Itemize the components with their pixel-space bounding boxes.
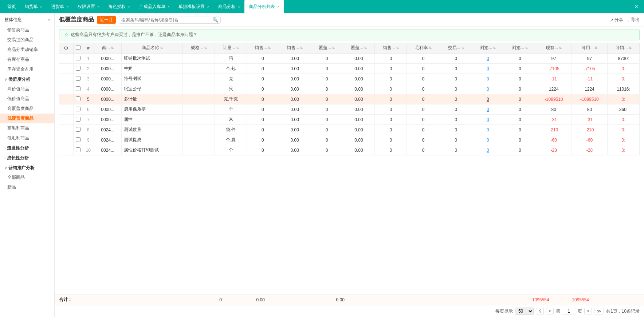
row-checkbox-cell[interactable] [73, 115, 83, 125]
sidebar-item-high-value[interactable]: 高价值商品 [0, 84, 54, 94]
sidebar-item-low-coverage[interactable]: 低覆盖度商品 [0, 114, 54, 123]
row-browse1[interactable]: 0 [472, 54, 504, 64]
row-checkbox-cell[interactable] [73, 84, 83, 94]
row-checkbox[interactable] [76, 137, 80, 142]
sidebar-section-cluster[interactable]: ∨ 类群度分析 [0, 74, 54, 84]
row-browse1[interactable]: 0 [472, 84, 504, 94]
col-gross-margin-header[interactable]: 毛利率⇅ [407, 43, 440, 54]
row-checkbox[interactable] [76, 96, 80, 101]
row-checkbox[interactable] [76, 117, 80, 122]
sidebar-section-circulation[interactable]: › 流通性分析 [0, 143, 54, 153]
sidebar-item-new-goods[interactable]: 新品 [0, 182, 54, 192]
row-checkbox[interactable] [76, 76, 80, 81]
col-transaction-header[interactable]: 交易...⇅ [440, 43, 472, 54]
nav-finished-goods[interactable]: 产成品入库单 × [135, 0, 174, 13]
close-icon[interactable]: × [238, 4, 240, 9]
search-input[interactable] [121, 17, 211, 23]
sidebar-item-low-value[interactable]: 低价值商品 [0, 94, 54, 104]
close-icon[interactable]: × [168, 4, 170, 9]
sidebar-item-low-margin[interactable]: 低毛利商品 [0, 133, 54, 143]
row-checkbox-cell[interactable] [73, 104, 83, 115]
col-sales-amount-header[interactable]: 销售...⇅ [279, 43, 311, 54]
page-size-select[interactable]: 50 100 200 [515, 308, 534, 315]
close-all-button[interactable]: × [632, 3, 641, 10]
col-browse2-header[interactable]: 浏览...⇅ [504, 43, 536, 54]
row-browse1[interactable]: 0 [472, 74, 504, 84]
checkbox-column-header[interactable] [73, 43, 83, 54]
share-button[interactable]: ↗ 分享 [610, 17, 623, 23]
row-checkbox-cell[interactable] [73, 54, 83, 64]
col-coverage2-header[interactable]: 覆盖...⇅ [343, 43, 375, 54]
settings-column-header[interactable]: ⚙ [59, 43, 73, 54]
first-page-button[interactable]: K [536, 308, 544, 314]
close-icon[interactable]: × [97, 4, 99, 9]
sidebar-item-all-goods[interactable]: 全部商品 [0, 173, 54, 182]
row-spec [183, 74, 215, 84]
close-icon[interactable]: × [66, 4, 68, 9]
col-spec-header[interactable]: 规格...⇅ [183, 43, 215, 54]
page-number-input[interactable] [562, 308, 576, 314]
close-icon[interactable]: × [128, 4, 130, 9]
sidebar-collapse-button[interactable]: « [47, 17, 50, 23]
nav-home[interactable]: 首页 [3, 0, 20, 13]
nav-purchase-order[interactable]: 进货单 × [47, 0, 73, 13]
col-browse1-header[interactable]: 浏览...⇅ [472, 43, 504, 54]
col-code-header[interactable]: 商...⇅ [94, 43, 122, 54]
row-browse1[interactable]: 0 [472, 64, 504, 74]
row-checkbox[interactable] [76, 56, 80, 60]
row-browse1[interactable]: 0 [472, 125, 504, 135]
nav-role-auth[interactable]: 角色授权 × [104, 0, 134, 13]
sidebar-item-in-stock[interactable]: 有库存商品 [0, 55, 54, 64]
sidebar-item-sales-goods[interactable]: 销售类商品 [0, 25, 54, 35]
row-browse1[interactable]: 0 [472, 104, 504, 115]
next-page-button[interactable]: > [584, 308, 592, 314]
col-unit-header[interactable]: 计量...⇅ [215, 43, 247, 54]
sidebar-item-high-margin[interactable]: 高毛利商品 [0, 123, 54, 133]
nav-product-analysis-list[interactable]: 商品分析列表 × [244, 0, 284, 13]
sidebar-section-marketing[interactable]: ∨ 营销推广分析 [0, 163, 54, 173]
prev-page-button[interactable]: < [546, 308, 554, 314]
row-checkbox[interactable] [76, 107, 80, 111]
row-checkbox-cell[interactable] [73, 125, 83, 135]
nav-template-settings[interactable]: 单据模板设置 × [174, 0, 213, 13]
row-checkbox-cell[interactable] [73, 64, 83, 74]
col-available-stock-header[interactable]: 可用...⇅ [572, 43, 607, 54]
nav-permission[interactable]: 权限设置 × [73, 0, 104, 13]
col-name-header[interactable]: 商品名称⇅ [122, 43, 183, 54]
export-button[interactable]: ↓ 导出 [628, 17, 640, 23]
last-page-button[interactable]: ≫ [594, 308, 604, 314]
row-checkbox-cell[interactable] [73, 94, 83, 104]
col-coverage1-header[interactable]: 覆盖...⇅ [311, 43, 343, 54]
nav-product-analysis[interactable]: 商品分析 × [214, 0, 244, 13]
time-filter-button[interactable]: 近一月 [97, 16, 116, 24]
row-checkbox[interactable] [76, 86, 80, 91]
sidebar-item-traded-goods[interactable]: 交易过的商品 [0, 35, 54, 45]
header-actions: ↗ 分享 ↓ 导出 [610, 17, 640, 23]
row-browse1[interactable]: 0 [472, 135, 504, 145]
row-browse1[interactable]: 0 [472, 115, 504, 125]
sidebar-section-growth[interactable]: › 成长性分析 [0, 153, 54, 163]
close-icon[interactable]: × [207, 4, 209, 9]
row-checkbox[interactable] [76, 127, 80, 132]
row-checkbox-cell[interactable] [73, 135, 83, 145]
col-sales-data-header[interactable]: 销售...⇅ [375, 43, 407, 54]
row-checkbox[interactable] [76, 66, 80, 71]
col-sellable-header[interactable]: 可销...⇅ [608, 43, 640, 54]
search-icon[interactable]: 🔍 [212, 17, 218, 23]
sidebar-item-category-rate[interactable]: 商品分类动销率 [0, 45, 54, 55]
nav-sales-order[interactable]: 销货单 × [20, 0, 47, 13]
row-browse1[interactable]: 0 [472, 145, 504, 155]
close-icon[interactable]: × [40, 4, 42, 9]
sidebar-item-capital-usage[interactable]: 库存资金占用 [0, 64, 54, 74]
sidebar-item-high-coverage[interactable]: 高覆盖度商品 [0, 104, 54, 114]
row-checkbox[interactable] [76, 147, 80, 152]
close-icon[interactable]: × [277, 4, 279, 9]
row-browse1[interactable]: 0 [472, 94, 504, 104]
col-current-stock-header[interactable]: 现有...⇅ [536, 43, 572, 54]
gear-icon[interactable]: ⚙ [64, 45, 68, 51]
col-sales-qty-header[interactable]: 销售...⇅ [247, 43, 279, 54]
select-all-checkbox[interactable] [76, 45, 80, 50]
row-checkbox-cell[interactable] [73, 145, 83, 155]
row-gross-margin: 0 [407, 115, 440, 125]
row-checkbox-cell[interactable] [73, 74, 83, 84]
